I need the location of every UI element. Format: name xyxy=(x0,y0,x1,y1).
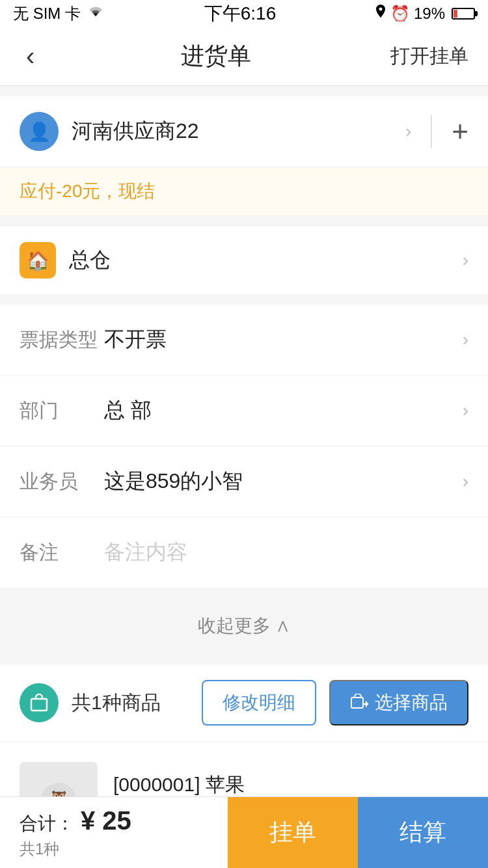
select-product-button[interactable]: 选择商品 xyxy=(329,680,468,726)
supplier-avatar: 👤 xyxy=(20,112,59,151)
total-row: 合计： ¥ 25 xyxy=(20,806,208,836)
dept-chevron: › xyxy=(463,400,468,421)
form-row-note[interactable]: 备注 备注内容 xyxy=(0,517,488,588)
supplier-chevron: › xyxy=(405,121,411,142)
products-count: 共1种商品 xyxy=(72,690,189,716)
spacer-1 xyxy=(0,86,488,96)
ticket-value: 不开票 xyxy=(104,325,463,354)
bottom-total: 合计： ¥ 25 共1种 xyxy=(0,797,228,868)
form-row-ticket[interactable]: 票据类型 不开票 › xyxy=(0,305,488,375)
warehouse-card: 🏠 总仓 › xyxy=(0,226,488,294)
salesperson-label: 业务员 xyxy=(20,468,98,495)
svg-rect-1 xyxy=(351,698,363,708)
sim-label: 无 SIM 卡 xyxy=(13,3,81,24)
status-left: 无 SIM 卡 xyxy=(13,3,105,24)
ticket-chevron: › xyxy=(463,329,468,350)
warehouse-icon: 🏠 xyxy=(20,242,56,278)
dept-label: 部门 xyxy=(20,398,98,424)
supplier-divider xyxy=(431,115,432,148)
supplier-card: 👤 河南供应商22 › + 应付-20元，现结 xyxy=(0,96,488,216)
products-icon xyxy=(20,683,59,722)
supplier-actions: › + xyxy=(405,115,468,148)
form-row-salesperson[interactable]: 业务员 这是859的小智 › xyxy=(0,446,488,517)
svg-rect-0 xyxy=(31,699,47,711)
back-button[interactable]: ‹ xyxy=(20,35,41,77)
form-row-dept[interactable]: 部门 总 部 › xyxy=(0,375,488,446)
bottom-bar: 合计： ¥ 25 共1种 挂单 结算 xyxy=(0,796,488,868)
warehouse-name: 总仓 xyxy=(69,246,463,275)
hang-button[interactable]: 挂单 xyxy=(228,797,358,868)
collapse-label: 收起更多 ∧ xyxy=(198,614,291,638)
dept-value: 总 部 xyxy=(104,396,463,425)
battery-percent: 19% xyxy=(414,5,445,23)
nav-bar: ‹ 进货单 打开挂单 xyxy=(0,27,488,86)
supplier-row[interactable]: 👤 河南供应商22 › + xyxy=(0,96,488,167)
status-time: 下午6:16 xyxy=(204,1,277,26)
total-label: 合计： xyxy=(20,811,74,836)
wifi-icon xyxy=(86,5,105,23)
avatar-icon: 👤 xyxy=(28,121,51,142)
supplier-name: 河南供应商22 xyxy=(72,117,405,146)
location-icon xyxy=(375,5,386,23)
product-title: 苹果 xyxy=(206,774,245,795)
ticket-label: 票据类型 xyxy=(20,327,98,353)
checkout-button[interactable]: 结算 xyxy=(358,797,488,868)
status-bar: 无 SIM 卡 下午6:16 ⏰ 19% xyxy=(0,0,488,27)
salesperson-chevron: › xyxy=(463,471,468,492)
form-card: 票据类型 不开票 › 部门 总 部 › 业务员 这是859的小智 › 备注 备注… xyxy=(0,305,488,588)
warehouse-chevron: › xyxy=(463,250,468,271)
note-label: 备注 xyxy=(20,539,98,566)
products-header: 共1种商品 修改明细 选择商品 xyxy=(0,664,488,741)
status-right: ⏰ 19% xyxy=(375,5,475,23)
warehouse-row[interactable]: 🏠 总仓 › xyxy=(0,226,488,294)
select-product-label: 选择商品 xyxy=(375,690,448,715)
salesperson-value: 这是859的小智 xyxy=(104,467,463,496)
edit-detail-button[interactable]: 修改明细 xyxy=(202,680,316,726)
product-code: [0000001] xyxy=(113,774,200,795)
total-count: 共1种 xyxy=(20,839,208,860)
battery-icon xyxy=(452,8,475,20)
page-title: 进货单 xyxy=(181,40,251,72)
supplier-notice: 应付-20元，现结 xyxy=(0,167,488,216)
supplier-add-button[interactable]: + xyxy=(452,117,468,146)
total-amount: ¥ 25 xyxy=(81,806,131,835)
open-hang-button[interactable]: 打开挂单 xyxy=(390,43,468,70)
note-value: 备注内容 xyxy=(104,538,468,567)
product-name: [0000001] 苹果 xyxy=(113,772,424,798)
alarm-icon: ⏰ xyxy=(390,5,410,23)
collapse-row[interactable]: 收起更多 ∧ xyxy=(0,598,488,654)
